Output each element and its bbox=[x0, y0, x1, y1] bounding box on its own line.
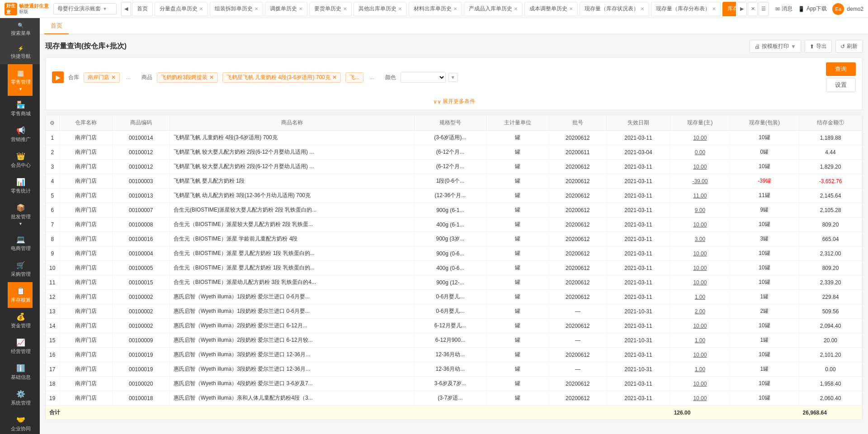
tab-close-btn[interactable]: ✕ bbox=[569, 6, 573, 11]
cell-qty-main[interactable]: 10.00 bbox=[670, 217, 730, 232]
cell-name: 惠氏启智（Wyeth illuma）亲和人体儿童配方奶粉4段（3... bbox=[170, 391, 414, 406]
tab-close-btn[interactable]: ✕ bbox=[641, 6, 644, 11]
tab-item-2[interactable]: 组装拆卸单历史✕ bbox=[210, 2, 263, 16]
cell-amount: 4.44 bbox=[799, 145, 862, 160]
cell-expire: 2021-03-11 bbox=[606, 246, 670, 261]
product-tag-1[interactable]: 飞鹤奶粉3段两提装 ✕ bbox=[157, 72, 218, 83]
cell-warehouse: 南岸门店 bbox=[59, 145, 112, 160]
tab-close-btn[interactable]: ✕ bbox=[255, 6, 258, 11]
cell-qty-main[interactable]: 1.00 bbox=[670, 333, 730, 348]
query-btn[interactable]: 查询 bbox=[826, 62, 856, 76]
sidebar-item-1[interactable]: 🏪 零售商城 bbox=[8, 96, 33, 122]
sidebar-item-8[interactable]: 📋 库存核算 bbox=[8, 282, 33, 308]
tab-close-btn[interactable]: ✕ bbox=[398, 6, 402, 11]
cell-qty-main[interactable]: 10.00 bbox=[670, 391, 730, 406]
tab-item-8[interactable]: 成本调整单历史✕ bbox=[524, 2, 578, 16]
tab-item-10[interactable]: 现存量（库存分布表）✕ bbox=[651, 2, 721, 16]
cell-no: 8 bbox=[46, 232, 59, 246]
warehouse-more-dots[interactable]: ... bbox=[124, 74, 132, 80]
sidebar-item-5[interactable]: 📦 批发管理 ▼ bbox=[8, 199, 33, 231]
cell-name: 惠氏启智（Wyeth illuma）4段奶粉 爱尔兰进口 3-6岁及7... bbox=[170, 377, 414, 391]
cell-qty-main[interactable]: 0.00 bbox=[670, 145, 730, 160]
tab-item-7[interactable]: 产成品入库单历史✕ bbox=[464, 2, 523, 16]
tab-scroll-left[interactable]: ◀ bbox=[121, 2, 131, 16]
sidebar-item-12[interactable]: ⚙️ 系统管理 bbox=[8, 385, 33, 411]
cell-qty-main[interactable]: 10.00 bbox=[670, 261, 730, 275]
table-row: 11 南岸门店 00100015 合生元（BIOSTIME）派星幼儿配方奶粉 3… bbox=[46, 275, 862, 290]
tab-close-btn[interactable]: ✕ bbox=[453, 6, 457, 11]
tab-scroll-right[interactable]: ▶ bbox=[737, 2, 747, 16]
product-tag-1-close[interactable]: ✕ bbox=[209, 74, 214, 80]
tab-close-all[interactable]: ✕ bbox=[748, 2, 758, 16]
warehouse-tag[interactable]: 南岸门店 ✕ bbox=[84, 72, 120, 83]
tab-close-btn[interactable]: ✕ bbox=[199, 6, 203, 11]
tab-close-btn[interactable]: ✕ bbox=[299, 6, 302, 11]
tab-item-1[interactable]: 分量盘点单历史✕ bbox=[155, 2, 208, 16]
export-btn[interactable]: ⬆ 导出 bbox=[805, 40, 832, 53]
tab-item-0[interactable]: 首页 bbox=[132, 2, 153, 16]
sidebar-item-4[interactable]: 📊 零售统计 bbox=[8, 173, 33, 199]
product-more-dots[interactable]: ... bbox=[368, 74, 376, 80]
cell-qty-main[interactable]: 1.00 bbox=[670, 290, 730, 304]
sidebar-item-3[interactable]: 👑 会员中心 bbox=[8, 147, 33, 173]
cell-code: 00100012 bbox=[112, 145, 170, 160]
cell-warehouse: 南岸门店 bbox=[59, 261, 112, 275]
cell-qty-main[interactable]: 11.00 bbox=[670, 189, 730, 203]
product-tag-2-close[interactable]: ✕ bbox=[332, 74, 337, 80]
cell-qty-main[interactable]: 10.00 bbox=[670, 377, 730, 391]
cell-qty-main[interactable]: 2.00 bbox=[670, 304, 730, 319]
warehouse-tag-close[interactable]: ✕ bbox=[111, 74, 116, 80]
sidebar-item-2[interactable]: 📢 营销推广 bbox=[8, 122, 33, 147]
avatar: Ea bbox=[832, 3, 844, 15]
tab-item-5[interactable]: 其他出库单历史✕ bbox=[354, 2, 407, 16]
message-btn[interactable]: ✉ 消息 bbox=[775, 5, 793, 13]
tab-item-3[interactable]: 调拨单历史✕ bbox=[265, 2, 307, 16]
cell-qty-main[interactable]: 10.00 bbox=[670, 131, 730, 145]
sidebar-item-9[interactable]: 💰 资金管理 bbox=[8, 308, 33, 334]
cell-qty-main[interactable]: 10.00 bbox=[670, 246, 730, 261]
sidebar-item-11[interactable]: ℹ️ 基础信息 bbox=[8, 359, 33, 385]
filter-collapse-btn[interactable]: ▼ bbox=[448, 73, 458, 82]
tab-close-btn[interactable]: ✕ bbox=[712, 6, 716, 11]
print-template-btn[interactable]: 🖨 按模板打印 ▼ bbox=[750, 40, 801, 53]
sidebar-item-0[interactable]: ▦ 零售管理 ▼ bbox=[8, 64, 33, 96]
tab-close-btn[interactable]: ✕ bbox=[343, 6, 347, 11]
tab-item-11[interactable]: 库存批次账✕ bbox=[722, 2, 736, 16]
setting-btn[interactable]: 设置 bbox=[826, 78, 856, 92]
sidebar-item-6[interactable]: 💻 电商管理 bbox=[8, 231, 33, 256]
cell-qty-main[interactable]: 10.00 bbox=[670, 319, 730, 333]
cell-qty-main[interactable]: 10.00 bbox=[670, 348, 730, 362]
tab-item-4[interactable]: 要货单历史✕ bbox=[309, 2, 352, 16]
account-dropdown[interactable]: 母婴行业演示账套 ▼ bbox=[53, 3, 117, 14]
cell-qty-main[interactable]: 10.00 bbox=[670, 160, 730, 174]
quick-nav-item[interactable]: ⚡ 快捷导航 bbox=[0, 41, 40, 64]
cell-qty-main[interactable]: 10.00 bbox=[670, 275, 730, 290]
tab-item-9[interactable]: 现存量（库存状况表）✕ bbox=[580, 2, 649, 16]
col-settings[interactable]: ⚙ bbox=[46, 115, 59, 131]
app-download-btn[interactable]: 📱 App下载 bbox=[798, 5, 827, 13]
product-tag-more[interactable]: 飞... bbox=[345, 72, 363, 83]
cell-code: 00100012 bbox=[112, 160, 170, 174]
tab-label: 现存量（库存分布表） bbox=[656, 5, 710, 13]
cell-qty-main[interactable]: 1.00 bbox=[670, 362, 730, 377]
product-tag-2[interactable]: 飞鹤星飞帆 儿童奶粉 4段(3-6岁适用) 700克 ✕ bbox=[222, 72, 341, 83]
search-menu-item[interactable]: 🔍 搜索菜单 bbox=[0, 18, 40, 41]
cell-warehouse: 南岸门店 bbox=[59, 174, 112, 189]
tab-close-btn[interactable]: ✕ bbox=[514, 6, 518, 11]
cell-no: 11 bbox=[46, 275, 59, 290]
cell-qty-main[interactable]: 9.00 bbox=[670, 203, 730, 217]
sidebar-item-13[interactable]: 🤝 企业协同 bbox=[8, 411, 33, 434]
tab-item-6[interactable]: 材料出库单历史✕ bbox=[409, 2, 462, 16]
refresh-btn[interactable]: ↺ 刷新 bbox=[835, 40, 863, 53]
nav-home[interactable]: 首页 bbox=[44, 18, 69, 34]
user-area[interactable]: Ea demo2 bbox=[832, 3, 863, 15]
cell-spec: 12-36月幼... bbox=[414, 362, 486, 377]
sidebar-item-7[interactable]: 🛒 采购管理 bbox=[8, 256, 33, 282]
cell-qty-main[interactable]: 3.00 bbox=[670, 232, 730, 246]
filter-expand-btn[interactable]: ▶ bbox=[52, 71, 64, 83]
color-select[interactable] bbox=[401, 72, 446, 83]
cell-qty-main[interactable]: -39.00 bbox=[670, 174, 730, 189]
sidebar-item-10[interactable]: 📈 经营管理 bbox=[8, 334, 33, 359]
tab-menu[interactable]: ☰ bbox=[759, 2, 769, 16]
expand-more-btn[interactable]: ∨∨ 展开更多条件 bbox=[433, 98, 475, 105]
